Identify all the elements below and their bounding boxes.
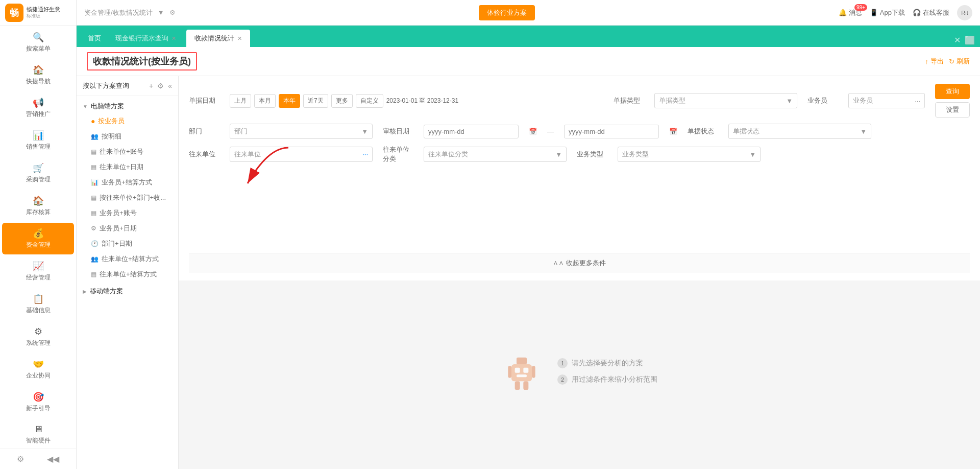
scheme-item-salesperson-date[interactable]: ⚙ 业务员+日期 (77, 221, 178, 236)
tab-bank-label: 现金银行流水查询 (115, 34, 168, 43)
sidebar-item-basic[interactable]: 📋 基础信息 (2, 288, 74, 320)
tab-home[interactable]: 首页 (82, 30, 107, 47)
sidebar-item-finance[interactable]: 💰 资金管理 (2, 223, 74, 254)
partner-select[interactable]: 往来单位 ··· (230, 147, 373, 162)
sidebar-item-quicknav[interactable]: 🏠 快捷导航 (2, 59, 74, 91)
app-download-btn[interactable]: 📱 App下载 (870, 8, 905, 17)
date-btn-custom[interactable]: 自定义 (356, 94, 383, 108)
tip-text-2: 用过滤条件来缩小分析范围 (572, 375, 657, 384)
logo-icon: 畅 (5, 4, 23, 22)
sidebar-collapse-btn[interactable]: ◀◀ (47, 454, 59, 464)
sidebar-bottom: ⚙ ◀◀ (0, 449, 76, 469)
export-button[interactable]: ↑ 导出 (925, 57, 944, 66)
finance-icon: 💰 (33, 228, 44, 239)
scheme-item-salesperson-account[interactable]: ▦ 业务员+账号 (77, 205, 178, 221)
query-button[interactable]: 查询 (935, 84, 970, 99)
scheme-item-partner-dept[interactable]: ▦ 按往来单位+部门+收... (77, 190, 178, 205)
date-btn-7days[interactable]: 近7天 (303, 94, 328, 108)
review-date-start[interactable] (424, 125, 519, 138)
partner-more-btn[interactable]: ··· (363, 151, 368, 158)
header-left: 资金管理/收款情况统计 ▼ ⚙ (84, 8, 176, 17)
scheme-item-salesperson[interactable]: ● 按业务员 (77, 113, 178, 129)
header-settings-icon[interactable]: ⚙ (169, 9, 176, 16)
message-badge: 99+ (854, 4, 867, 11)
sidebar-item-collab-label: 企业协同 (26, 371, 51, 380)
sidebar-item-purchase[interactable]: 🛒 采购管理 (2, 157, 74, 189)
dept-placeholder: 部门 (234, 127, 248, 136)
filter-actions: 查询 设置 (935, 84, 970, 118)
breadcrumb: 资金管理/收款情况统计 (84, 8, 153, 17)
scheme-item-partner-settle2[interactable]: ▦ 往来单位+结算方式 (77, 267, 178, 282)
scheme-item-detail[interactable]: 👥 按明细 (77, 129, 178, 144)
scheme-settings-btn[interactable]: ⚙ (157, 82, 164, 90)
sidebar-item-hardware[interactable]: 🖥 智能硬件 (2, 419, 74, 449)
sidebar-item-marketing[interactable]: 📢 营销推广 (2, 92, 74, 124)
review-date-end[interactable] (564, 125, 659, 138)
scheme-item-partner-date[interactable]: ▦ 往来单位+日期 (77, 159, 178, 175)
collapse-more-btn[interactable]: ∧∧ 收起更多条件 (189, 253, 970, 273)
tab-bank[interactable]: 现金银行流水查询 ✕ (107, 30, 184, 47)
tab-bank-close-icon[interactable]: ✕ (172, 35, 176, 42)
calendar-icon-end[interactable]: 📅 (669, 128, 677, 135)
scheme-item-salesperson-label: 按业务员 (98, 116, 125, 126)
sidebar-item-quicknav-label: 快捷导航 (26, 77, 51, 86)
sidebar-item-guide[interactable]: 🎯 新手引导 (2, 386, 74, 418)
dept-select[interactable]: 部门 ▼ (230, 124, 373, 139)
partner-category-placeholder: 往来单位分类 (428, 150, 468, 159)
tab-fullscreen-icon[interactable]: ⬜ (965, 35, 975, 45)
date-btn-this-month[interactable]: 本月 (254, 94, 276, 108)
refresh-button[interactable]: ↻ 刷新 (949, 57, 970, 66)
sidebar-item-operations[interactable]: 📈 经营管理 (2, 255, 74, 287)
sidebar-item-system-label: 系统管理 (26, 339, 51, 347)
scheme-add-btn[interactable]: + (149, 82, 153, 90)
scheme-item-dept-date[interactable]: 🕐 部门+日期 (77, 236, 178, 251)
scheme-item-partner-account[interactable]: ▦ 往来单位+账号 (77, 144, 178, 159)
trial-button[interactable]: 体验行业方案 (479, 5, 535, 20)
date-btn-more[interactable]: 更多 (331, 94, 353, 108)
sidebar-item-sales[interactable]: 📊 销售管理 (2, 125, 74, 156)
setting-button[interactable]: 设置 (935, 102, 970, 118)
tab-close-all-icon[interactable]: ✕ (954, 35, 961, 45)
user-avatar[interactable]: Rit (957, 5, 972, 20)
svg-rect-4 (508, 366, 511, 378)
biz-type-select[interactable]: 业务类型 ▼ (618, 147, 761, 162)
tab-receipt-close-icon[interactable]: ✕ (237, 35, 242, 42)
date-btn-last-month[interactable]: 上月 (230, 94, 251, 108)
empty-tip-1: 1 请先选择要分析的方案 (557, 358, 657, 368)
date-btn-this-year[interactable]: 本年 (279, 94, 300, 108)
filter-panel: 单据日期 上月 本月 本年 近7天 更多 自定义 2023-01-01 至 20… (179, 76, 980, 280)
scheme-item-salesperson-settle[interactable]: 📊 业务员+结算方式 (77, 175, 178, 190)
sidebar-item-system[interactable]: ⚙ 系统管理 (2, 321, 74, 353)
scheme-group-mobile-title[interactable]: ▶ 移动端方案 (77, 284, 178, 298)
calendar-icon-start[interactable]: 📅 (529, 128, 537, 135)
doc-status-select[interactable]: 单据状态 ▼ (728, 124, 871, 139)
scheme-panel: 按以下方案查询 + ⚙ « ▼ 电脑端方案 (77, 76, 179, 469)
scheme-item-partner-date-label: 往来单位+日期 (100, 162, 143, 172)
breadcrumb-dropdown-icon[interactable]: ▼ (158, 9, 164, 16)
sidebar-item-marketing-label: 营销推广 (26, 110, 51, 119)
online-service-btn[interactable]: 🎧 在线客服 (913, 8, 949, 17)
sidebar-item-collab[interactable]: 🤝 企业协同 (2, 354, 74, 385)
salesperson-more-icon: ··· (915, 97, 920, 105)
partner-category-select[interactable]: 往来单位分类 ▼ (424, 147, 567, 162)
logo-name: 畅捷通好生意 (27, 6, 60, 13)
partner-label: 往来单位 (189, 150, 219, 159)
scheme-group-desktop-title[interactable]: ▼ 电脑端方案 (77, 99, 178, 113)
partner-placeholder: 往来单位 (234, 150, 261, 159)
svg-rect-6 (515, 382, 520, 390)
tab-receipt-label: 收款情况统计 (194, 34, 234, 43)
sidebar-item-inventory[interactable]: 🏠 库存核算 (2, 190, 74, 222)
sidebar-item-search[interactable]: 🔍 搜索菜单 (2, 27, 74, 58)
messages-button[interactable]: 🔔 消息 99+ (839, 8, 862, 17)
operations-icon: 📈 (33, 261, 44, 272)
sidebar-settings-btn[interactable]: ⚙ (17, 454, 24, 464)
scheme-item-partner-settle1[interactable]: 👥 往来单位+结算方式 (77, 251, 178, 267)
salesperson-select[interactable]: 业务员 ··· (848, 93, 925, 108)
scheme-collapse-btn[interactable]: « (168, 82, 172, 90)
collab-icon: 🤝 (33, 359, 44, 370)
top-header: 资金管理/收款情况统计 ▼ ⚙ 体验行业方案 🔔 消息 99+ 📱 App下载 … (77, 0, 980, 26)
tab-receipt[interactable]: 收款情况统计 ✕ (186, 30, 250, 47)
doc-type-select[interactable]: 单据类型 ▼ (654, 93, 797, 108)
scheme-item-salesperson-account-label: 业务员+账号 (100, 208, 137, 218)
svg-rect-3 (517, 374, 527, 377)
